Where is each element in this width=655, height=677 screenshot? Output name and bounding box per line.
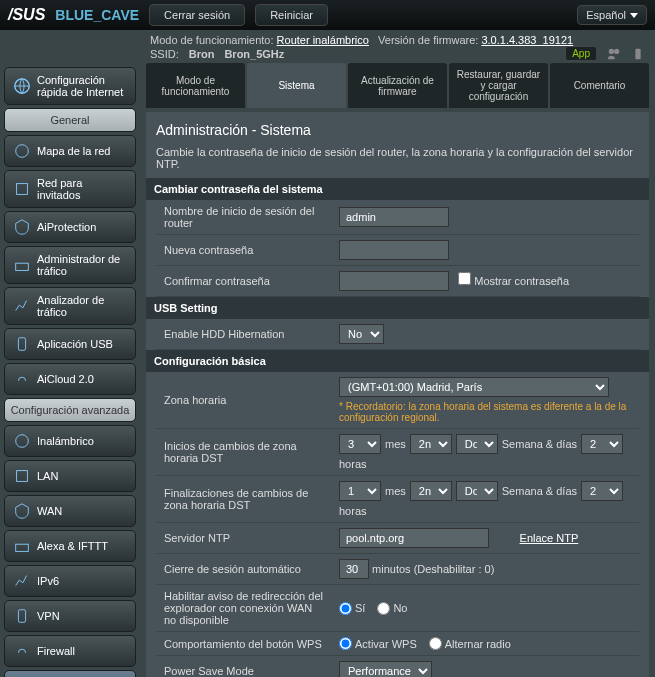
auto-logout-input[interactable] xyxy=(339,559,369,579)
wan-redirect-label: Habilitar aviso de redirección del explo… xyxy=(156,585,331,632)
sidebar-label: WAN xyxy=(37,505,62,517)
reboot-button[interactable]: Reiniciar xyxy=(255,4,328,26)
nav-icon xyxy=(13,370,31,388)
users-icon[interactable] xyxy=(607,47,621,61)
sidebar-item[interactable]: Mapa de la red xyxy=(4,135,136,167)
sidebar-label: Mapa de la red xyxy=(37,145,110,157)
ntp-link[interactable]: Enlace NTP xyxy=(520,532,579,544)
hdd-hib-label: Enable HDD Hibernation xyxy=(156,319,331,350)
logout-button[interactable]: Cerrar sesión xyxy=(149,4,245,26)
sidebar-item[interactable]: Administrador de tráfico xyxy=(4,246,136,284)
nav-icon xyxy=(13,607,31,625)
show-pass-checkbox[interactable] xyxy=(458,272,471,285)
mode-link[interactable]: Router inalámbrico xyxy=(277,34,369,46)
hdd-hib-select[interactable]: No xyxy=(339,324,384,344)
sidebar-item[interactable]: VPN xyxy=(4,600,136,632)
login-name-input[interactable] xyxy=(339,207,449,227)
nav-icon xyxy=(13,256,31,274)
sidebar-label: LAN xyxy=(37,470,58,482)
dst-mes: mes xyxy=(385,438,406,450)
sidebar-item[interactable]: Aplicación USB xyxy=(4,328,136,360)
svg-rect-7 xyxy=(18,338,25,351)
wps-activate[interactable]: Activar WPS xyxy=(339,637,417,650)
brand-logo: /SUS xyxy=(8,6,45,24)
dst-horas: horas xyxy=(339,458,367,470)
model-name: BLUE_CAVE xyxy=(55,7,139,23)
svg-rect-2 xyxy=(635,48,640,59)
dst-start-week[interactable]: 2nd xyxy=(410,434,452,454)
dst-start-day[interactable]: Dom xyxy=(456,434,498,454)
sidebar-item[interactable]: AiProtection xyxy=(4,211,136,243)
confirm-pass-input[interactable] xyxy=(339,271,449,291)
new-pass-input[interactable] xyxy=(339,240,449,260)
wan-redirect-no[interactable]: No xyxy=(377,602,407,615)
sidebar-quick-setup[interactable]: Configuración rápida de Internet xyxy=(4,67,136,105)
svg-point-1 xyxy=(614,48,619,53)
tab[interactable]: Comentario xyxy=(550,63,649,108)
show-pass-label: Mostrar contraseña xyxy=(474,275,569,287)
new-pass-label: Nueva contraseña xyxy=(156,235,331,266)
nav-icon xyxy=(13,335,31,353)
sidebar-label: VPN xyxy=(37,610,60,622)
sidebar-item[interactable]: AiCloud 2.0 xyxy=(4,363,136,395)
confirm-pass-label: Confirmar contraseña xyxy=(156,266,331,297)
dst-start-label: Inicios de cambios de zona horaria DST xyxy=(156,429,331,476)
sidebar-item[interactable]: Inalámbrico xyxy=(4,425,136,457)
sidebar-item[interactable]: Administración xyxy=(4,670,136,677)
sidebar-label: AiCloud 2.0 xyxy=(37,373,94,385)
sidebar-item[interactable]: Alexa & IFTTT xyxy=(4,530,136,562)
sidebar-item[interactable]: LAN xyxy=(4,460,136,492)
fw-link[interactable]: 3.0.1.4.383_19121 xyxy=(481,34,573,46)
section-basic: Configuración básica xyxy=(146,350,649,372)
sidebar-label: Firewall xyxy=(37,645,75,657)
dst-end-month[interactable]: 1 xyxy=(339,481,381,501)
tab[interactable]: Modo de funcionamiento xyxy=(146,63,245,108)
dst-end-label: Finalizaciones de cambios de zona horari… xyxy=(156,476,331,523)
wan-redirect-yes[interactable]: Sí xyxy=(339,602,365,615)
dst-start-month[interactable]: 3 xyxy=(339,434,381,454)
dst-end-hour[interactable]: 2 xyxy=(581,481,623,501)
tab[interactable]: Actualización de firmware xyxy=(348,63,447,108)
sidebar-label: Analizador de tráfico xyxy=(37,294,127,318)
ssid-1: Bron xyxy=(189,48,215,60)
sidebar-item[interactable]: Firewall xyxy=(4,635,136,667)
svg-rect-10 xyxy=(16,544,29,551)
ssid-label: SSID: xyxy=(150,48,179,60)
dst-weekdays: Semana & días xyxy=(502,438,577,450)
dst-end-week[interactable]: 2nd xyxy=(410,481,452,501)
psm-label: Power Save Mode xyxy=(156,656,331,678)
wps-toggle[interactable]: Alternar radio xyxy=(429,637,511,650)
nav-icon xyxy=(13,297,31,315)
usb-icon[interactable] xyxy=(631,47,645,61)
section-password: Cambiar contraseña del sistema xyxy=(146,178,649,200)
sidebar-label: IPv6 xyxy=(37,575,59,587)
sidebar-item[interactable]: Analizador de tráfico xyxy=(4,287,136,325)
svg-rect-5 xyxy=(17,184,28,195)
nav-icon xyxy=(13,537,31,555)
psm-select[interactable]: Performance xyxy=(339,661,432,677)
svg-point-8 xyxy=(16,435,29,448)
sidebar-label: AiProtection xyxy=(37,221,96,233)
ntp-label: Servidor NTP xyxy=(156,523,331,554)
tz-select[interactable]: (GMT+01:00) Madrid, París xyxy=(339,377,609,397)
svg-point-0 xyxy=(609,48,614,53)
nav-icon xyxy=(13,572,31,590)
tab[interactable]: Sistema xyxy=(247,63,346,108)
nav-icon xyxy=(13,502,31,520)
svg-rect-9 xyxy=(17,471,28,482)
tab[interactable]: Restaurar, guardar y cargar configuració… xyxy=(449,63,548,108)
panel-title: Administración - Sistema xyxy=(156,122,639,138)
sidebar-item[interactable]: IPv6 xyxy=(4,565,136,597)
dst-end-day[interactable]: Dom xyxy=(456,481,498,501)
sidebar-label: Administrador de tráfico xyxy=(37,253,127,277)
app-badge[interactable]: App xyxy=(565,46,597,61)
tz-note: * Recordatorio: la zona horaria del sist… xyxy=(339,401,631,423)
nav-icon xyxy=(13,467,31,485)
sidebar-item[interactable]: Red para invitados xyxy=(4,170,136,208)
dst-start-hour[interactable]: 2 xyxy=(581,434,623,454)
globe-icon xyxy=(13,77,31,95)
language-dropdown[interactable]: Español xyxy=(577,5,647,25)
sidebar-item[interactable]: WAN xyxy=(4,495,136,527)
ntp-input[interactable] xyxy=(339,528,489,548)
mode-label: Modo de funcionamiento: xyxy=(150,34,274,46)
